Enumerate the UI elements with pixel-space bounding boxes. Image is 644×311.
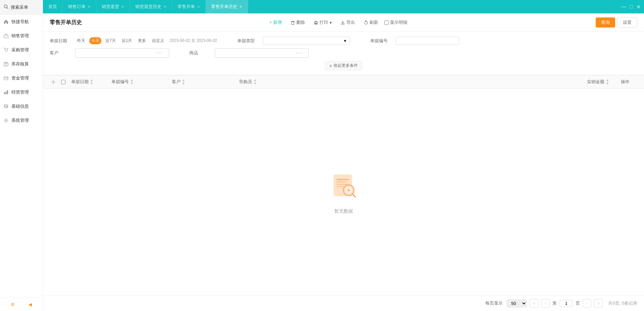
sidebar-item-finance-label: 资金管理 xyxy=(11,75,29,81)
goods-ellipsis[interactable]: ··· xyxy=(293,50,305,56)
main-content: 首页 销售订单 ✕ 销货退货 ✕ 销货退货历史 ✕ 零售开单 ✕ 零售开单历史 … xyxy=(43,0,644,311)
th-customer[interactable]: 客户 ▲▼ xyxy=(169,79,236,85)
first-page-btn[interactable]: « xyxy=(530,299,538,308)
date-yesterday[interactable]: 昨天 xyxy=(75,37,87,44)
search-icon xyxy=(3,4,9,10)
svg-rect-7 xyxy=(4,77,8,80)
query-button[interactable]: 查询 xyxy=(596,17,615,28)
export-icon xyxy=(341,20,345,25)
toolbar: + 新增 删除 打印 ▾ xyxy=(267,18,407,27)
tab-retail-open-history[interactable]: 零售开单历史 ✕ xyxy=(206,0,248,13)
sidebar-item-finance[interactable]: 资金管理 xyxy=(0,71,43,85)
th-ops: 操作 xyxy=(612,79,639,85)
select-all-checkbox[interactable] xyxy=(61,80,65,84)
empty-illustration xyxy=(327,169,360,203)
page-header: 零售开单历史 + 新增 删除 打印 ▾ xyxy=(43,13,644,32)
th-number[interactable]: 单据编号 ▲▼ xyxy=(109,79,169,85)
tab-sales-order[interactable]: 销售订单 ✕ xyxy=(63,0,96,13)
th-checkbox[interactable] xyxy=(58,80,68,84)
column-settings-icon xyxy=(51,80,56,84)
date-1month[interactable]: 近1月 xyxy=(120,37,134,44)
svg-point-17 xyxy=(53,81,54,83)
next-page-btn[interactable]: › xyxy=(583,299,591,308)
sidebar-item-basic[interactable]: 基础信息 xyxy=(0,99,43,113)
sidebar-settings-btn[interactable]: ⚙ xyxy=(11,302,15,307)
print-button[interactable]: 打印 ▾ xyxy=(311,18,335,27)
th-amount[interactable]: 实销金额 ▲▼ xyxy=(572,79,612,85)
customer-ellipsis[interactable]: ··· xyxy=(154,50,165,56)
tab-retail-open-close[interactable]: ✕ xyxy=(197,5,200,9)
customer-select[interactable]: ··· xyxy=(75,48,169,58)
svg-point-12 xyxy=(4,105,8,106)
tab-retail-open-history-close[interactable]: ✕ xyxy=(239,5,242,9)
add-button[interactable]: + 新增 xyxy=(267,18,285,27)
date-more[interactable]: 更多 xyxy=(136,37,148,44)
tab-sales-order-close[interactable]: ✕ xyxy=(88,5,91,9)
svg-rect-21 xyxy=(336,184,348,185)
show-detail-input[interactable] xyxy=(384,20,389,25)
th-settings[interactable] xyxy=(48,80,58,84)
collapse-button[interactable]: ∧ 收起更多条件 xyxy=(325,61,362,70)
sidebar-item-sales[interactable]: 销售管理 xyxy=(0,29,43,43)
tab-sales-return-history[interactable]: 销货退货历史 ✕ xyxy=(130,0,172,13)
window-maximize-btn[interactable]: □ xyxy=(630,4,633,10)
date-7days[interactable]: 近7天 xyxy=(103,37,118,44)
svg-rect-14 xyxy=(292,21,294,24)
sidebar-search-label: 搜索采单 xyxy=(11,4,28,10)
number-input[interactable] xyxy=(396,37,459,45)
page-input[interactable] xyxy=(559,300,573,307)
svg-point-4 xyxy=(7,51,7,52)
sidebar: 搜索采单 快捷导航 销售管理 采购管理 xyxy=(0,0,43,311)
sidebar-item-inventory-label: 库存核算 xyxy=(11,61,29,67)
date-today[interactable]: 今天 xyxy=(89,37,101,44)
tab-sales-return[interactable]: 销货退货 ✕ xyxy=(96,0,130,13)
sidebar-item-sales-label: 销售管理 xyxy=(11,33,29,39)
window-close-btn[interactable]: ✕ xyxy=(636,4,641,10)
page-label: 第 xyxy=(552,300,557,306)
table-area: 单据日期 ▲▼ 单据编号 ▲▼ 客户 ▲▼ 导购员 ▲▼ 实销金额 ▲▼ 操作 xyxy=(43,75,644,311)
print-dropdown-icon[interactable]: ▾ xyxy=(330,20,332,25)
tab-sales-return-history-label: 销货退货历史 xyxy=(135,4,161,10)
th-date[interactable]: 单据日期 ▲▼ xyxy=(68,79,109,85)
barchart-icon xyxy=(3,90,9,95)
show-detail-checkbox[interactable]: 显示明细 xyxy=(384,19,407,25)
pagination-total: 共0页, 0条记录 xyxy=(608,300,637,306)
print-icon xyxy=(314,20,318,25)
th-guide[interactable]: 导购员 ▲▼ xyxy=(236,79,277,85)
sidebar-item-system[interactable]: 系统管理 xyxy=(0,113,43,127)
box-icon xyxy=(3,61,9,67)
sidebar-item-purchase[interactable]: 采购管理 xyxy=(0,43,43,57)
svg-rect-9 xyxy=(4,92,5,94)
sidebar-search[interactable]: 搜索采单 xyxy=(0,0,43,15)
tab-home[interactable]: 首页 xyxy=(43,0,63,13)
export-button[interactable]: 导出 xyxy=(338,18,358,27)
type-select[interactable]: ▾ xyxy=(263,37,350,45)
goods-select[interactable]: ··· xyxy=(215,48,309,58)
sidebar-item-operation[interactable]: 经营管理 xyxy=(0,85,43,99)
settings-button[interactable]: 设置 xyxy=(617,17,637,28)
action-buttons: 查询 设置 xyxy=(596,17,637,28)
last-page-btn[interactable]: » xyxy=(594,299,603,308)
sidebar-item-operation-label: 经营管理 xyxy=(11,89,29,95)
per-page-select[interactable]: 50 10 20 100 xyxy=(507,300,527,307)
svg-rect-16 xyxy=(315,23,317,24)
refresh-icon xyxy=(364,20,368,25)
tab-sales-return-close[interactable]: ✕ xyxy=(121,5,124,9)
window-minimize-btn[interactable]: — xyxy=(621,4,626,10)
sidebar-collapse-btn[interactable]: ◀ xyxy=(29,302,32,307)
date-label: 单据日期 xyxy=(50,38,68,44)
prev-page-btn[interactable]: ‹ xyxy=(541,299,550,308)
svg-rect-22 xyxy=(336,186,345,187)
svg-line-25 xyxy=(352,194,355,197)
date-custom[interactable]: 自定义 xyxy=(150,37,166,44)
sidebar-item-purchase-label: 采购管理 xyxy=(11,47,29,53)
delete-button[interactable]: 删除 xyxy=(288,18,308,27)
page-title: 零售开单历史 xyxy=(50,19,82,26)
sidebar-item-quicknav[interactable]: 快捷导航 xyxy=(0,15,43,29)
sidebar-item-inventory[interactable]: 库存核算 xyxy=(0,57,43,71)
tab-retail-open[interactable]: 零售开单 ✕ xyxy=(172,0,206,13)
filter-area: 单据日期 昨天 今天 近7天 近1月 更多 自定义 2023-06-02 至 2… xyxy=(43,32,644,75)
tab-sales-return-history-close[interactable]: ✕ xyxy=(163,5,166,9)
tab-retail-open-history-label: 零售开单历史 xyxy=(211,4,237,10)
refresh-button[interactable]: 刷新 xyxy=(361,18,381,27)
